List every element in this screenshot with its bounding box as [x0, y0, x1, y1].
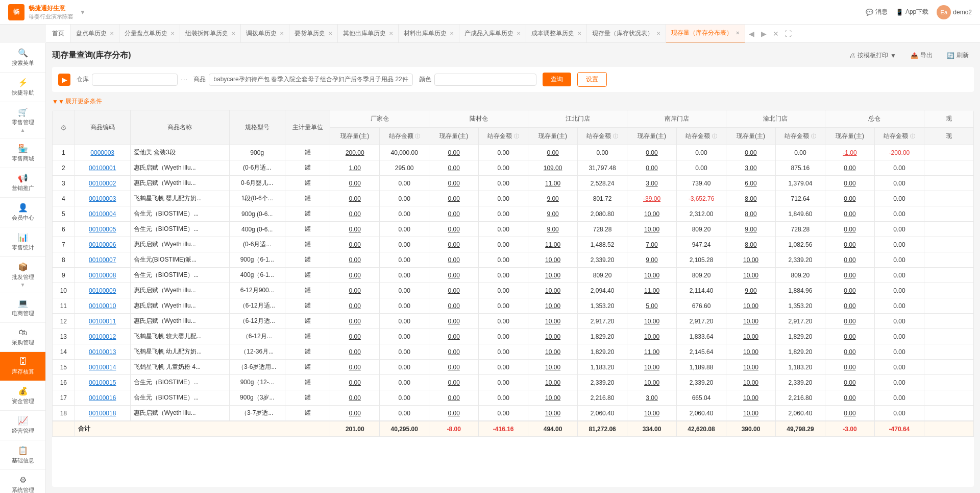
cell-t-qty[interactable]: 0.00: [825, 206, 874, 222]
cell-c1-qty[interactable]: 0.00: [330, 298, 380, 314]
cell-t-qty[interactable]: -1.00: [825, 145, 874, 160]
cell-c2-qty[interactable]: 0.00: [429, 160, 479, 176]
cell-c4-qty[interactable]: 10.00: [627, 329, 677, 344]
cell-c3-qty[interactable]: 9.00: [528, 206, 578, 222]
cell-t-qty[interactable]: 0.00: [825, 314, 874, 329]
cell-c4-qty[interactable]: 3.00: [627, 390, 677, 406]
cell-c3-qty[interactable]: 10.00: [528, 390, 578, 406]
cell-c1-qty[interactable]: 200.00: [330, 145, 380, 160]
sidebar-item-search[interactable]: 🔍 搜索英单: [0, 43, 45, 73]
cell-c4-qty[interactable]: -39.00: [627, 191, 677, 206]
tab-cheng-ben[interactable]: 成本调整单历史 ✕: [526, 25, 587, 43]
cell-c3-qty[interactable]: 0.00: [528, 145, 578, 160]
cell-c2-qty[interactable]: 0.00: [429, 283, 479, 298]
tab-home[interactable]: 首页: [46, 25, 71, 43]
cell-c3-qty[interactable]: 10.00: [528, 252, 578, 268]
tab-close-icon[interactable]: ✕: [170, 31, 175, 36]
cell-c5-qty[interactable]: 8.00: [726, 206, 776, 222]
cell-c5-qty[interactable]: 8.00: [726, 191, 776, 206]
warehouse-input[interactable]: [92, 74, 178, 86]
cell-c2-qty[interactable]: 0.00: [429, 252, 479, 268]
cell-c3-qty[interactable]: 10.00: [528, 314, 578, 329]
cell-c4-qty[interactable]: 7.00: [627, 237, 677, 252]
cell-c4-qty[interactable]: 11.00: [627, 344, 677, 360]
tab-tiao-bo[interactable]: 调拨单历史 ✕: [241, 25, 289, 43]
cell-code[interactable]: 00100008: [75, 268, 130, 283]
sidebar-item-wholesale[interactable]: 📦 批发管理 ▼: [0, 257, 45, 293]
cell-code[interactable]: 00100006: [75, 237, 130, 252]
cell-c4-qty[interactable]: 9.00: [627, 252, 677, 268]
cell-t-qty[interactable]: 0.00: [825, 283, 874, 298]
cell-c3-qty[interactable]: 10.00: [528, 283, 578, 298]
tab-fen-pan[interactable]: 分量盘点单历史 ✕: [119, 25, 180, 43]
cell-code[interactable]: 00100011: [75, 314, 130, 329]
cell-c1-qty[interactable]: 0.00: [330, 222, 380, 237]
cell-c5-qty[interactable]: 10.00: [726, 314, 776, 329]
cell-code[interactable]: 00100009: [75, 283, 130, 298]
cell-c5-qty[interactable]: 10.00: [726, 268, 776, 283]
cell-code[interactable]: 00100005: [75, 222, 130, 237]
cell-code[interactable]: 00100014: [75, 360, 130, 375]
tab-prev-btn[interactable]: ◀: [745, 25, 757, 43]
cell-t-qty[interactable]: 0.00: [825, 298, 874, 314]
color-input[interactable]: [434, 74, 536, 86]
sidebar-item-purchase[interactable]: 🛍 采购管理: [0, 323, 45, 352]
cell-c2-qty[interactable]: 0.00: [429, 145, 479, 160]
sidebar-item-retail-shop[interactable]: 🏪 零售商城: [0, 138, 45, 168]
sidebar-item-quick[interactable]: ⚡ 快捷导航: [0, 73, 45, 102]
tab-close-icon[interactable]: ✕: [328, 31, 332, 36]
cell-c1-qty[interactable]: 0.00: [330, 360, 380, 375]
tab-ca-liao[interactable]: 材料出库单历史 ✕: [399, 25, 459, 43]
cell-t-qty[interactable]: 0.00: [825, 344, 874, 360]
cell-c4-qty[interactable]: 10.00: [627, 406, 677, 421]
cell-c1-qty[interactable]: 0.00: [330, 191, 380, 206]
cell-c5-qty[interactable]: 10.00: [726, 375, 776, 390]
sidebar-item-marketing[interactable]: 📢 营销推广: [0, 168, 45, 198]
export-btn[interactable]: 📤 导出: [905, 49, 938, 62]
cell-code[interactable]: 0000003: [75, 145, 130, 160]
sidebar-item-finance[interactable]: 💰 资金管理: [0, 381, 45, 411]
cell-c1-qty[interactable]: 0.00: [330, 176, 380, 191]
query-btn[interactable]: 查询: [543, 73, 571, 86]
cell-c3-qty[interactable]: 9.00: [528, 191, 578, 206]
cell-c4-qty[interactable]: 10.00: [627, 375, 677, 390]
cell-c5-qty[interactable]: 6.00: [726, 176, 776, 191]
cell-code[interactable]: 00100015: [75, 375, 130, 390]
cell-code[interactable]: 00100003: [75, 191, 130, 206]
cell-c3-qty[interactable]: 11.00: [528, 176, 578, 191]
cell-c3-qty[interactable]: 10.00: [528, 344, 578, 360]
sidebar-item-member[interactable]: 👤 会员中心: [0, 198, 45, 227]
set-btn[interactable]: 设置: [577, 72, 607, 87]
cell-t-qty[interactable]: 0.00: [825, 360, 874, 375]
message-btn[interactable]: 💬 消息: [866, 8, 888, 16]
cell-c2-qty[interactable]: 0.00: [429, 268, 479, 283]
tab-chan-pin[interactable]: 产成品入库单历史 ✕: [459, 25, 526, 43]
cell-c1-qty[interactable]: 0.00: [330, 314, 380, 329]
tab-yao-huo[interactable]: 要货单历史 ✕: [289, 25, 338, 43]
sidebar-item-retail-stat[interactable]: 📊 零售统计: [0, 227, 45, 257]
cell-code[interactable]: 00100013: [75, 344, 130, 360]
cell-t-qty[interactable]: 0.00: [825, 390, 874, 406]
app-download-btn[interactable]: 📱 App下载: [896, 8, 928, 16]
tab-pan-single[interactable]: 盘点单历史 ✕: [71, 25, 119, 43]
cell-c2-qty[interactable]: 0.00: [429, 314, 479, 329]
cell-c4-qty[interactable]: 10.00: [627, 206, 677, 222]
cell-c5-qty[interactable]: 9.00: [726, 283, 776, 298]
cell-c1-qty[interactable]: 0.00: [330, 206, 380, 222]
tab-close-icon[interactable]: ✕: [517, 31, 521, 36]
cell-c4-qty[interactable]: 3.00: [627, 176, 677, 191]
cell-c2-qty[interactable]: 0.00: [429, 206, 479, 222]
cell-t-qty[interactable]: 0.00: [825, 160, 874, 176]
cell-c4-qty[interactable]: 0.00: [627, 145, 677, 160]
cell-code[interactable]: 00100016: [75, 390, 130, 406]
cell-c2-qty[interactable]: 0.00: [429, 176, 479, 191]
cell-c2-qty[interactable]: 0.00: [429, 298, 479, 314]
tab-close-all-btn[interactable]: ✕: [770, 25, 782, 43]
cell-c4-qty[interactable]: 10.00: [627, 268, 677, 283]
cell-t-qty[interactable]: 0.00: [825, 176, 874, 191]
sidebar-item-ecom[interactable]: 💻 电商管理: [0, 293, 45, 323]
cell-t-qty[interactable]: 0.00: [825, 222, 874, 237]
cell-c2-qty[interactable]: 0.00: [429, 390, 479, 406]
cell-c5-qty[interactable]: 10.00: [726, 298, 776, 314]
cell-c5-qty[interactable]: 9.00: [726, 222, 776, 237]
